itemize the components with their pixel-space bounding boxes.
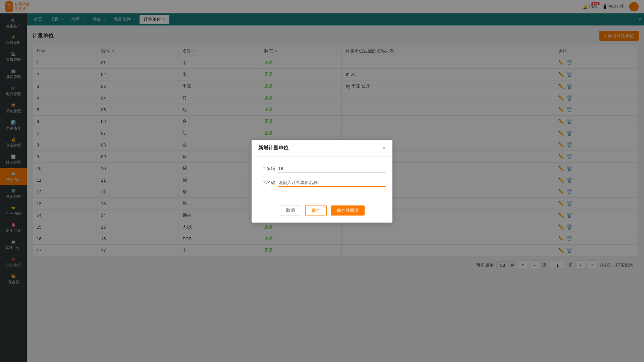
modal-footer: 取消 保存 保存并新增 — [252, 201, 392, 223]
modal-header: 新增计量单位 × — [252, 140, 392, 157]
modal-body: 编码 名称 — [252, 157, 392, 201]
save-and-new-button[interactable]: 保存并新增 — [331, 205, 365, 216]
modal-close-btn[interactable]: × — [382, 144, 386, 152]
form-row-code: 编码 — [258, 165, 386, 173]
name-label: 名称 — [258, 180, 278, 186]
cancel-button[interactable]: 取消 — [280, 205, 301, 216]
modal: 新增计量单位 × 编码 名称 取消 保存 保存并新增 — [252, 140, 392, 223]
save-button[interactable]: 保存 — [305, 205, 327, 216]
modal-overlay[interactable]: 新增计量单位 × 编码 名称 取消 保存 保存并新增 — [0, 0, 644, 362]
code-label: 编码 — [258, 166, 278, 172]
modal-title: 新增计量单位 — [258, 145, 288, 151]
code-input[interactable] — [278, 165, 386, 173]
name-input[interactable] — [278, 179, 386, 187]
form-row-name: 名称 — [258, 179, 386, 187]
